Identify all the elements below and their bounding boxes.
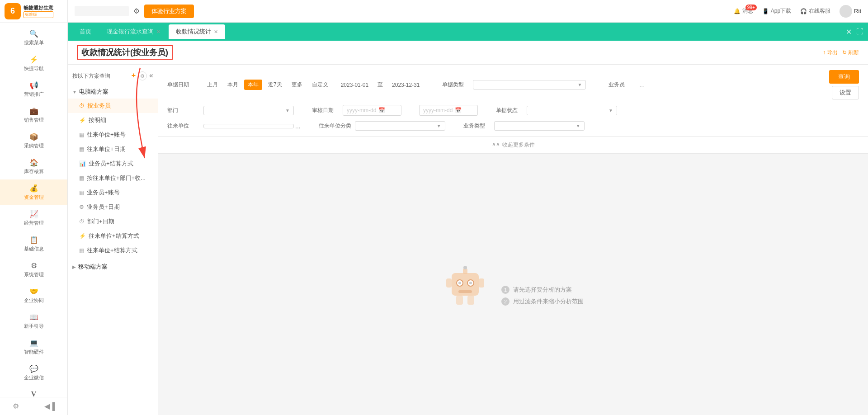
settings-bottom-btn[interactable]: ⚙ [13, 402, 19, 410]
partner-cat-select[interactable]: ▼ [355, 121, 445, 131]
empty-robot-icon [443, 259, 488, 309]
page-content: 收款情况统计(按业务员) ↑ 导出 ↻ 刷新 按以下方案查询 + [68, 41, 868, 415]
logo-area: 6 畅捷通好生意 标准版 [0, 0, 67, 23]
this-month-btn[interactable]: 本月 [224, 80, 242, 90]
last-month-btn[interactable]: 上月 [203, 80, 222, 90]
tab-close-all-icon[interactable]: ✕ [846, 28, 852, 36]
collapse-sidebar-btn[interactable]: ◀▐ [44, 402, 55, 410]
refresh-btn[interactable]: ↻ 刷新 [842, 49, 859, 57]
scheme-partner-account[interactable]: ▦ 往来单位+账号 [68, 127, 158, 142]
sidebar-item-inventory[interactable]: 🏠 库存核算 [0, 154, 67, 179]
top-header: ⚙ 体验行业方案 🔔 消息 99+ 📱 App下载 🎧 在线客服 Rit [68, 0, 868, 23]
filter-settings-btn[interactable]: 设置 [832, 86, 859, 99]
sidebar-item-management[interactable]: 📈 经营管理 [0, 205, 67, 231]
doc-type-select[interactable]: ▼ [473, 80, 586, 90]
sidebar-item-sales[interactable]: 💼 销售管理 [0, 102, 67, 128]
app-download-btn[interactable]: 📱 App下载 [762, 7, 791, 15]
sidebar-item-basic[interactable]: 📋 基础信息 [0, 231, 67, 257]
partner-date-icon: ▦ [79, 146, 84, 152]
scheme-salesperson-settlement[interactable]: 📊 业务员+结算方式 [68, 156, 158, 171]
sidebar-item-quicknav[interactable]: ⚡ 快捷导航 [0, 51, 67, 76]
tip-number-1: 1 [501, 286, 509, 294]
online-service-btn[interactable]: 🎧 在线客服 [800, 7, 830, 15]
svg-point-3 [458, 282, 461, 284]
scheme-dept-date[interactable]: ⏱ 部门+日期 [68, 214, 158, 229]
sidebar-item-wechat[interactable]: 💬 企业微信 [0, 360, 67, 386]
scheme-by-salesperson[interactable]: ⏱ 按业务员 [68, 99, 158, 113]
tab-maximize-icon[interactable]: ⛶ [856, 28, 863, 36]
add-scheme-btn[interactable]: + [132, 71, 136, 80]
quicknav-icon: ⚡ [29, 55, 38, 64]
user-area[interactable]: Rit [840, 5, 861, 18]
scheme-settings-icon[interactable]: ⚙ [138, 71, 147, 80]
query-btn[interactable]: 查询 [829, 70, 859, 84]
search-nav-icon: 🔍 [29, 29, 38, 38]
biz-type-select[interactable]: ▼ [494, 121, 585, 131]
doc-status-filter: 单据状态 ▼ [496, 106, 617, 115]
scheme-partner-dept[interactable]: ▦ 按往来单位+部门+收... [68, 171, 158, 185]
wechat-icon: 💬 [29, 364, 38, 373]
doc-status-select[interactable]: ▼ [527, 106, 617, 115]
tab-home[interactable]: 首页 [72, 24, 99, 39]
guide-icon: 📖 [29, 313, 38, 321]
message-badge: 99+ [745, 5, 757, 10]
review-date-from[interactable]: yyyy-mm-dd 📅 [343, 105, 401, 116]
partner-more-btn[interactable]: ... [295, 123, 301, 130]
scheme-partner-date[interactable]: ▦ 往来单位+日期 [68, 142, 158, 156]
dept-date-icon: ⏱ [79, 218, 85, 225]
mobile-scheme-title[interactable]: ▶ 移动端方案 [68, 260, 158, 274]
last-7-days-btn[interactable]: 近7天 [264, 80, 286, 90]
management-icon: 📈 [29, 210, 38, 218]
tab-bank-flow[interactable]: 现金银行流水查询 ✕ [99, 24, 168, 39]
sidebar-bottom: ⚙ ◀▐ [0, 397, 67, 415]
scheme-partner-settle1[interactable]: ⚡ 往来单位+结算方式 [68, 229, 158, 243]
sidebar-item-collab[interactable]: 🤝 企业协同 [0, 283, 67, 308]
doc-status-dropdown-icon: ▼ [609, 108, 613, 113]
left-panel-title: 按以下方案查询 [72, 72, 110, 80]
trial-btn[interactable]: 体验行业方案 [144, 5, 194, 18]
scheme-salesperson-account[interactable]: ▦ 业务员+账号 [68, 185, 158, 200]
dept-select[interactable]: ▼ [203, 106, 294, 115]
sidebar-item-system[interactable]: ⚙ 系统管理 [0, 257, 67, 283]
page-actions: ↑ 导出 ↻ 刷新 [823, 49, 859, 57]
left-panel-header: 按以下方案查询 + ⚙ « [68, 69, 158, 85]
empty-tips: 1 请先选择要分析的方案 2 用过滤条件来缩小分析范围 [501, 286, 584, 309]
scheme-partner-settle2[interactable]: ▦ 往来单位+结算方式 [68, 243, 158, 258]
scheme-salesperson-date[interactable]: ⚙ 业务员+日期 [68, 200, 158, 214]
dept-label: 部门 [167, 107, 194, 114]
review-date-to[interactable]: yyyy-mm-dd 📅 [419, 105, 478, 116]
scheme-by-detail[interactable]: ⚡ 按明细 [68, 113, 158, 127]
collapse-bar[interactable]: ∧∧ 收起更多条件 [158, 137, 868, 154]
right-panel: 单据日期 上月 本月 本年 近7天 更多 自定义 2023-01-01 至 20… [158, 65, 868, 415]
header-gear-icon[interactable]: ⚙ [133, 7, 140, 15]
sidebar-item-hardware[interactable]: 💻 智能硬件 [0, 334, 67, 360]
svg-point-7 [463, 266, 467, 269]
collapse-panel-btn[interactable]: « [149, 71, 153, 80]
sidebar: 6 畅捷通好生意 标准版 🔍 搜索菜单 ⚡ 快捷导航 📢 营销推广 💼 销售管理… [0, 0, 68, 415]
desktop-scheme-title[interactable]: ▼ 电脑端方案 [68, 85, 158, 99]
salesperson-settle-icon: 📊 [79, 160, 86, 167]
doc-type-label: 单据类型 [442, 81, 469, 89]
empty-state: 1 请先选择要分析的方案 2 用过滤条件来缩小分析范围 [158, 154, 868, 415]
message-btn[interactable]: 🔔 消息 99+ [734, 7, 753, 15]
sidebar-item-purchase[interactable]: 📦 采购管理 [0, 128, 67, 154]
sidebar-item-search[interactable]: 🔍 搜索菜单 [0, 25, 67, 51]
more-date-btn[interactable]: 更多 [288, 80, 306, 90]
tab-bank-close-icon[interactable]: ✕ [156, 29, 160, 35]
marketing-icon: 📢 [29, 81, 38, 90]
breadcrumb [75, 6, 129, 16]
tab-collection-close-icon[interactable]: ✕ [214, 29, 218, 35]
custom-date-btn[interactable]: 自定义 [308, 80, 332, 90]
tab-collection-stats[interactable]: 收款情况统计 ✕ [169, 24, 225, 39]
sidebar-item-member[interactable]: V 畅会员 [0, 386, 67, 397]
export-btn[interactable]: ↑ 导出 [823, 49, 838, 57]
salesperson-scheme-icon: ⏱ [79, 103, 85, 109]
sidebar-item-finance[interactable]: 💰 资金管理 [0, 179, 67, 205]
partner-input[interactable] [203, 124, 294, 128]
this-year-btn[interactable]: 本年 [244, 80, 262, 90]
salesperson-more-btn[interactable]: ... [639, 81, 645, 89]
page-title: 收款情况统计(按业务员) [77, 45, 173, 60]
sidebar-item-guide[interactable]: 📖 新手引导 [0, 308, 67, 334]
sidebar-item-marketing[interactable]: 📢 营销推广 [0, 76, 67, 102]
collab-icon: 🤝 [29, 287, 38, 296]
